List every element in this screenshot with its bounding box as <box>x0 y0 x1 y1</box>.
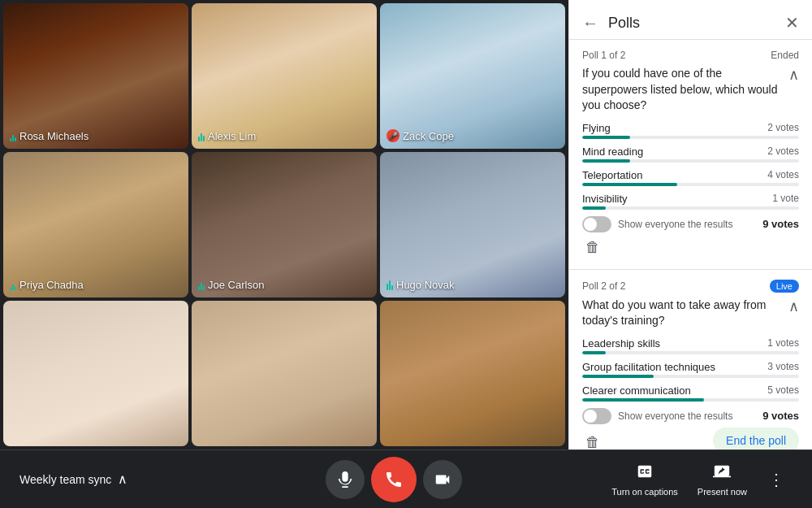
poll-1-bar-flying-fill <box>582 136 630 139</box>
poll-2-option-communication-row: Clearer communication 5 votes <box>582 384 799 397</box>
poll-1-option-flying-label: Flying <box>582 122 611 134</box>
poll-1-option-mind-reading-row: Mind reading 2 votes <box>582 145 799 158</box>
poll-2-footer: Show everyone the results 9 votes <box>582 408 799 424</box>
poll-2-option-communication-label: Clearer communication <box>582 384 691 397</box>
mic-active-icon <box>387 280 393 290</box>
meeting-title: Weekly team sync <box>19 473 111 486</box>
mic-active-icon <box>10 280 16 290</box>
poll-1-footer: Show everyone the results 9 votes <box>582 216 799 232</box>
poll-2-option-facilitation-row: Group facilitation techniques 3 votes <box>582 361 799 373</box>
video-tile-zack: 🎤 Zack Cope <box>380 3 565 149</box>
poll-2-option-facilitation: Group facilitation techniques 3 votes <box>582 361 799 378</box>
more-options-button[interactable]: ⋮ <box>760 463 793 496</box>
poll-2-option-communication-votes: 5 votes <box>767 384 799 396</box>
poll-1-option-invisibility-label: Invisibility <box>582 193 628 205</box>
poll-1-number: Poll 1 of 2 <box>582 50 625 61</box>
poll-1-question: If you could have one of the superpowers… <box>582 66 788 114</box>
polls-back-button[interactable]: ← <box>582 14 598 33</box>
poll-1-status: Ended <box>771 50 799 61</box>
camera-button[interactable] <box>423 460 462 499</box>
camera-icon <box>434 471 451 488</box>
poll-2-status: Live <box>770 280 799 293</box>
poll-1-bar-mind-reading-track <box>582 159 799 163</box>
polls-panel: ← Polls ✕ Poll 1 of 2 Ended If you could… <box>568 0 812 449</box>
poll-1-option-mind-reading-votes: 2 votes <box>767 145 799 157</box>
polls-close-button[interactable]: ✕ <box>785 13 799 33</box>
captions-button[interactable]: Turn on captions <box>605 459 685 500</box>
poll-1-show-results-toggle[interactable] <box>582 216 611 232</box>
mic-active-icon <box>198 132 205 141</box>
chevron-up-icon[interactable]: ∧ <box>118 471 127 487</box>
video-tile-priya: Priya Chadha <box>3 152 188 297</box>
poll-section-1: Poll 1 of 2 Ended If you could have one … <box>569 40 812 270</box>
poll-1-meta: Poll 1 of 2 Ended <box>582 50 799 61</box>
poll-1-question-row: If you could have one of the superpowers… <box>582 66 799 122</box>
poll-2-option-leadership-votes: 1 votes <box>767 337 799 349</box>
present-button[interactable]: Present now <box>691 459 754 500</box>
participant-name-joe: Joe Carlson <box>198 279 264 291</box>
poll-1-option-flying: Flying 2 votes <box>582 122 799 139</box>
phone-end-icon <box>384 470 404 489</box>
poll-1-delete-button[interactable]: 🗑 <box>582 236 603 259</box>
participant-name-rosa: Rosa Michaels <box>10 130 89 142</box>
microphone-icon <box>336 471 354 488</box>
poll-2-bar-leadership-fill <box>582 351 606 354</box>
poll-1-option-invisibility-votes: 1 vote <box>772 193 799 204</box>
poll-2-actions-row: 🗑 End the poll <box>582 428 799 449</box>
poll-1-option-teleportation: Teleportation 4 votes <box>582 169 799 186</box>
poll-2-delete-button[interactable]: 🗑 <box>582 431 603 449</box>
participant-name-hugo: Hugo Novak <box>387 279 455 291</box>
poll-2-show-results-label: Show everyone the results <box>618 410 732 422</box>
poll-1-option-invisibility: Invisibility 1 vote <box>582 193 799 210</box>
toolbar-center <box>326 457 462 502</box>
poll-1-option-invisibility-row: Invisibility 1 vote <box>582 193 799 205</box>
mic-active-icon <box>198 280 205 290</box>
toolbar-right: Turn on captions Present now ⋮ <box>605 459 793 500</box>
poll-1-bar-invisibility-track <box>582 206 799 210</box>
poll-2-collapse-button[interactable]: ∧ <box>788 297 799 315</box>
poll-2-option-communication: Clearer communication 5 votes <box>582 384 799 402</box>
poll-2-show-results-row: Show everyone the results <box>582 408 732 424</box>
poll-2-question-row: What do you want to take away from today… <box>582 297 799 337</box>
poll-2-show-results-toggle[interactable] <box>582 408 611 424</box>
poll-2-option-leadership-row: Leadership skills 1 votes <box>582 337 799 350</box>
microphone-button[interactable] <box>326 460 365 499</box>
poll-2-total-votes: 9 votes <box>762 410 799 422</box>
end-poll-button[interactable]: End the poll <box>713 428 799 449</box>
present-icon <box>713 462 731 485</box>
poll-1-total-votes: 9 votes <box>762 218 799 230</box>
polls-content: Poll 1 of 2 Ended If you could have one … <box>569 40 812 449</box>
poll-2-option-leadership-label: Leadership skills <box>582 337 660 350</box>
poll-2-bar-facilitation-fill <box>582 375 654 378</box>
main-area: Rosa Michaels Alexis Lim 🎤 Zack Cope <box>0 0 812 449</box>
poll-section-2: Poll 2 of 2 Live What do you want to tak… <box>569 270 812 449</box>
end-call-button[interactable] <box>371 457 417 502</box>
participant-name-alexis: Alexis Lim <box>198 130 256 142</box>
polls-panel-title: Polls <box>608 15 640 32</box>
poll-1-option-flying-row: Flying 2 votes <box>582 122 799 134</box>
video-tile-joe: Joe Carlson <box>192 152 377 297</box>
screen-share-icon <box>713 462 731 480</box>
video-grid: Rosa Michaels Alexis Lim 🎤 Zack Cope <box>0 0 568 449</box>
poll-2-option-facilitation-label: Group facilitation techniques <box>582 361 715 373</box>
poll-1-option-mind-reading: Mind reading 2 votes <box>582 145 799 163</box>
poll-1-collapse-button[interactable]: ∧ <box>788 66 799 84</box>
poll-1-bar-flying-track <box>582 136 799 139</box>
mic-active-icon <box>10 132 16 141</box>
poll-1-bar-teleportation-track <box>582 183 799 186</box>
video-tile-alexis: Alexis Lim <box>192 3 377 149</box>
poll-2-bar-leadership-track <box>582 351 799 354</box>
poll-2-bar-communication-track <box>582 398 799 402</box>
poll-2-meta: Poll 2 of 2 Live <box>582 280 799 293</box>
poll-1-show-results-label: Show everyone the results <box>618 219 732 230</box>
poll-1-option-teleportation-row: Teleportation 4 votes <box>582 169 799 181</box>
poll-1-option-teleportation-label: Teleportation <box>582 169 642 181</box>
mic-muted-icon: 🎤 <box>387 129 400 142</box>
polls-header: ← Polls ✕ <box>569 0 812 40</box>
cc-icon <box>636 462 654 480</box>
poll-2-bar-facilitation-track <box>582 375 799 378</box>
captions-label: Turn on captions <box>611 487 678 497</box>
poll-2-option-facilitation-votes: 3 votes <box>767 361 799 372</box>
poll-2-bar-communication-fill <box>582 398 704 402</box>
toggle-knob-2 <box>584 410 597 423</box>
